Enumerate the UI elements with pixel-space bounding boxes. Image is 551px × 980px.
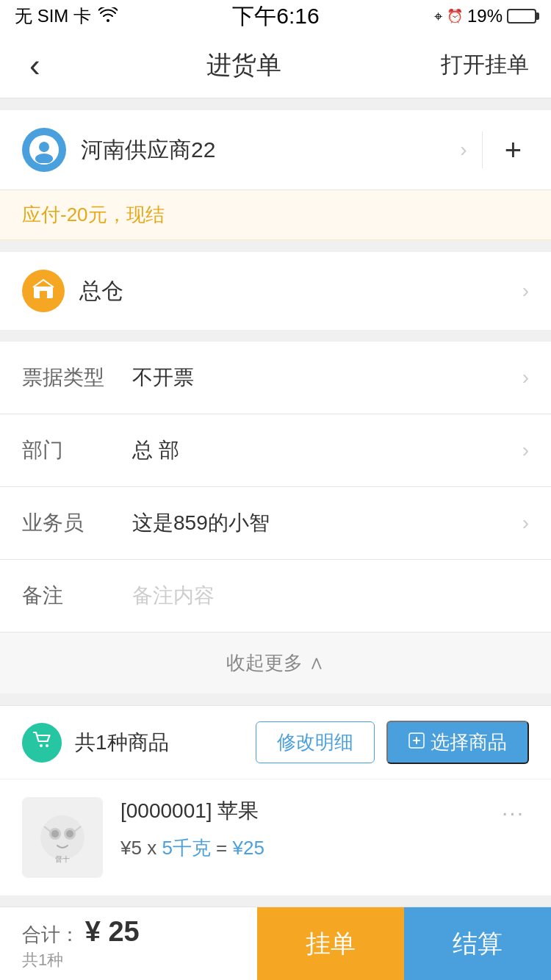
alarm-icon: ⏰ (447, 8, 463, 24)
dept-value: 总 部 (110, 436, 515, 464)
total-amount: ¥ 25 (85, 916, 140, 947)
note-label: 备注 (22, 582, 110, 610)
form-row-note[interactable]: 备注 备注内容 (0, 559, 551, 632)
product-count-icon (22, 723, 62, 763)
carrier-label: 无 SIM 卡 (15, 4, 91, 28)
form-row-salesperson[interactable]: 业务员 这是859的小智 › (0, 486, 551, 559)
chevron-icon: › (522, 279, 529, 303)
warehouse-row[interactable]: 总仓 › (0, 252, 551, 330)
open-pending-button[interactable]: 打开挂单 (441, 50, 529, 80)
product-item: 督十 [0000001] 苹果 ¥5 x 5千克 = ¥25 ··· (0, 779, 551, 896)
svg-point-9 (40, 815, 84, 860)
battery-percent: 19% (467, 6, 503, 26)
location-icon: ⌖ (434, 8, 442, 25)
status-bar: 无 SIM 卡 下午6:16 ⌖ ⏰ 19% (0, 0, 551, 32)
svg-point-1 (35, 154, 53, 163)
more-button[interactable]: ··· (497, 800, 529, 825)
svg-text:督十: 督十 (55, 855, 70, 863)
status-right: ⌖ ⏰ 19% (434, 6, 536, 26)
supplier-card: 河南供应商22 › + 应付-20元，现结 (0, 110, 551, 240)
battery-icon (507, 9, 536, 24)
svg-point-12 (51, 830, 59, 837)
product-count: 共1种商品 (75, 729, 256, 757)
sep-1 (0, 98, 551, 110)
product-thumbnail: 督十 (22, 797, 103, 878)
note-input[interactable]: 备注内容 (110, 582, 529, 610)
avatar (22, 128, 66, 172)
sep-3 (0, 330, 551, 342)
sep-4 (0, 693, 551, 705)
svg-rect-3 (40, 291, 47, 298)
chevron-icon: › (522, 511, 529, 535)
supplier-name: 河南供应商22 (81, 135, 453, 165)
product-header: 共1种商品 修改明细 选择商品 (0, 705, 551, 779)
warehouse-card: 总仓 › (0, 252, 551, 330)
form-row-dept[interactable]: 部门 总 部 › (0, 414, 551, 486)
qty-highlight: 5千克 (162, 837, 210, 859)
salesperson-value: 这是859的小智 (110, 509, 515, 537)
sep-2 (0, 240, 551, 252)
total-row: 合计： ¥ 25 (22, 916, 235, 948)
warehouse-name: 总仓 (79, 276, 515, 306)
product-info: [0000001] 苹果 ¥5 x 5千克 = ¥25 (120, 797, 497, 861)
select-product-label: 选择商品 (431, 729, 507, 755)
notice-bar: 应付-20元，现结 (0, 190, 551, 240)
svg-point-13 (66, 830, 73, 837)
total-highlight: ¥25 (232, 837, 264, 859)
invoice-value: 不开票 (110, 364, 515, 392)
salesperson-label: 业务员 (22, 509, 110, 537)
warehouse-icon (32, 278, 54, 305)
product-card: 共1种商品 修改明细 选择商品 (0, 705, 551, 896)
dept-label: 部门 (22, 436, 110, 464)
supplier-row[interactable]: 河南供应商22 › + (0, 110, 551, 190)
back-button[interactable]: ‹ (22, 40, 48, 91)
total-label: 合计： (22, 923, 79, 945)
svg-point-0 (39, 142, 49, 152)
status-left: 无 SIM 卡 (15, 4, 118, 28)
chevron-icon: › (522, 439, 529, 462)
checkout-button[interactable]: 结算 (404, 907, 551, 981)
form-card: 票据类型 不开票 › 部门 总 部 › 业务员 这是859的小智 › 备注 备注… (0, 342, 551, 693)
total-section: 合计： ¥ 25 共1种 (0, 916, 257, 971)
time-label: 下午6:16 (232, 1, 319, 32)
total-count: 共1种 (22, 949, 235, 971)
chevron-icon: › (460, 138, 467, 162)
form-row-invoice[interactable]: 票据类型 不开票 › (0, 342, 551, 414)
product-price-line: ¥5 x 5千克 = ¥25 (120, 835, 497, 861)
suspend-button[interactable]: 挂单 (257, 907, 404, 981)
select-icon (408, 731, 425, 754)
invoice-label: 票据类型 (22, 364, 110, 392)
bottom-bar: 合计： ¥ 25 共1种 挂单 结算 (0, 907, 551, 980)
cart-icon (32, 729, 52, 755)
chevron-icon: › (522, 366, 529, 389)
divider (482, 131, 483, 168)
product-title: [0000001] 苹果 (120, 797, 497, 825)
collapse-bar[interactable]: 收起更多 ∧ (0, 632, 551, 693)
svg-point-4 (40, 744, 43, 747)
svg-point-5 (46, 744, 48, 747)
edit-detail-button[interactable]: 修改明细 (256, 721, 375, 763)
wifi-icon (98, 6, 118, 26)
nav-bar: ‹ 进货单 打开挂单 (0, 32, 551, 98)
select-product-button[interactable]: 选择商品 (386, 721, 529, 764)
page-title: 进货单 (206, 48, 281, 82)
warehouse-icon-wrap (22, 270, 65, 312)
add-button[interactable]: + (497, 134, 529, 167)
